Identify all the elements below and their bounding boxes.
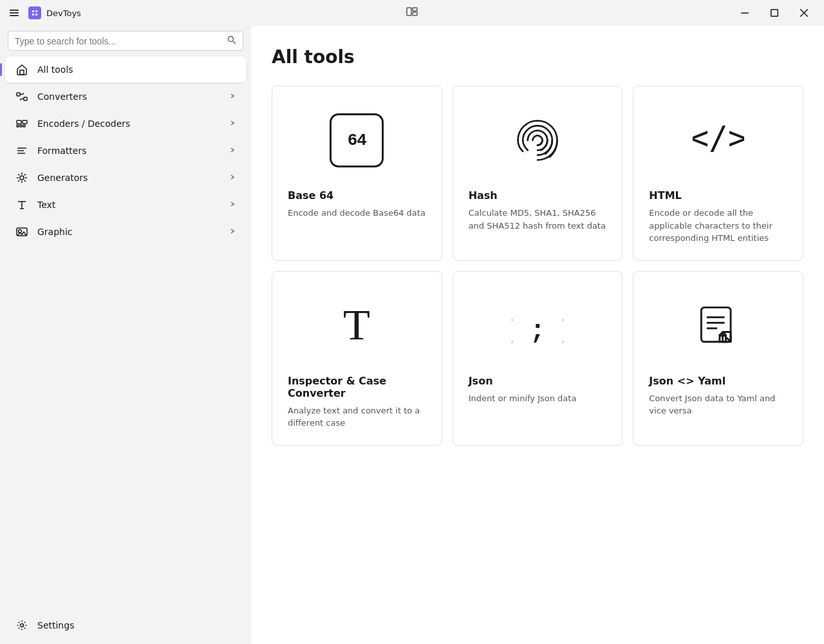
- svg-point-10: [229, 37, 234, 42]
- svg-rect-4: [413, 8, 417, 11]
- sidebar-item-graphic-label: Graphic: [37, 227, 220, 237]
- converters-chevron-icon: [229, 93, 236, 101]
- tool-name-json: Json: [469, 375, 607, 387]
- sidebar-item-generators[interactable]: Generators: [5, 165, 246, 191]
- svg-point-26: [21, 624, 24, 627]
- text-chevron-icon: [229, 201, 236, 209]
- sidebar-item-settings[interactable]: Settings: [5, 612, 246, 638]
- app-layout: All tools Converters: [0, 26, 824, 644]
- svg-rect-12: [20, 70, 24, 75]
- sidebar-item-converters-label: Converters: [37, 91, 220, 102]
- formatters-icon: [15, 144, 28, 157]
- close-button[interactable]: [789, 0, 819, 26]
- tool-desc-json: Indent or minify Json data: [469, 392, 607, 405]
- sidebar-item-all-tools-label: All tools: [37, 64, 236, 75]
- tools-grid: 64 Base 64 Encode and decode Base64 data: [272, 86, 803, 446]
- tool-icon-inspector-case: T: [288, 287, 426, 365]
- svg-rect-17: [17, 125, 19, 127]
- svg-rect-2: [10, 15, 19, 17]
- app-title: DevToys: [46, 8, 81, 18]
- sidebar-item-settings-label: Settings: [37, 620, 236, 630]
- page-title: All tools: [272, 46, 803, 68]
- svg-rect-3: [407, 8, 411, 15]
- svg-rect-7: [771, 10, 778, 17]
- svg-line-11: [233, 41, 236, 44]
- sidebar-item-generators-label: Generators: [37, 173, 220, 183]
- tool-card-hash[interactable]: Hash Calculate MD5, SHA1, SHA256 and SHA…: [453, 86, 623, 261]
- sidebar-item-encoders-decoders[interactable]: Encoders / Decoders: [5, 111, 246, 137]
- window-controls: [730, 0, 819, 26]
- svg-text:</>: </>: [693, 119, 744, 156]
- converters-icon: [15, 90, 28, 103]
- tool-name-hash: Hash: [469, 189, 607, 202]
- tool-desc-inspector-case: Analyze text and convert it to a differe…: [288, 404, 426, 430]
- search-box[interactable]: [8, 31, 243, 51]
- svg-rect-18: [20, 125, 22, 127]
- tool-icon-base64: 64: [288, 102, 426, 179]
- graphic-chevron-icon: [229, 228, 236, 236]
- text-icon: [15, 198, 28, 211]
- app-icon: [28, 6, 41, 19]
- sidebar-item-graphic[interactable]: Graphic: [5, 219, 246, 245]
- sidebar-item-encoders-label: Encoders / Decoders: [37, 118, 220, 129]
- svg-rect-19: [23, 125, 25, 127]
- tool-name-inspector-case: Inspector & Case Converter: [288, 375, 426, 399]
- svg-rect-5: [413, 12, 417, 15]
- minimize-button[interactable]: [730, 0, 760, 26]
- encoders-chevron-icon: [229, 120, 236, 128]
- tool-icon-json: { ; }: [469, 287, 607, 365]
- svg-rect-15: [17, 120, 21, 124]
- tool-desc-html: Encode or decode all the applicable char…: [649, 207, 787, 245]
- graphic-icon: [15, 225, 28, 238]
- tool-name-base64: Base 64: [288, 189, 426, 202]
- menu-button[interactable]: [5, 4, 23, 22]
- sidebar-item-text[interactable]: Text: [5, 192, 246, 218]
- main-content: All tools 64 Base 64 Encode and decode B…: [251, 26, 824, 644]
- svg-rect-14: [24, 97, 27, 100]
- maximize-button[interactable]: [760, 0, 789, 26]
- tool-icon-html: </>: [649, 102, 787, 179]
- svg-rect-13: [17, 93, 20, 96]
- tool-card-base64[interactable]: 64 Base 64 Encode and decode Base64 data: [272, 86, 442, 261]
- tool-desc-hash: Calculate MD5, SHA1, SHA256 and SHA512 h…: [469, 207, 607, 232]
- search-icon: [227, 35, 236, 46]
- tool-desc-json-yaml: Convert Json data to Yaml and vice versa: [649, 392, 787, 417]
- generators-icon: [15, 171, 28, 184]
- sidebar-item-text-label: Text: [37, 200, 220, 210]
- tool-desc-base64: Encode and decode Base64 data: [288, 207, 426, 220]
- sidebar-item-formatters-label: Formatters: [37, 146, 220, 156]
- search-container: [0, 26, 251, 56]
- tool-icon-hash: [469, 102, 607, 179]
- home-icon: [15, 63, 28, 76]
- tool-name-html: HTML: [649, 189, 787, 202]
- svg-rect-1: [10, 12, 19, 14]
- settings-icon: [15, 619, 28, 632]
- sidebar-item-all-tools[interactable]: All tools: [5, 57, 246, 82]
- sidebar-item-converters[interactable]: Converters: [5, 84, 246, 109]
- svg-rect-6: [741, 13, 749, 14]
- tool-icon-json-yaml: [649, 287, 787, 365]
- generators-chevron-icon: [229, 174, 236, 182]
- sidebar-item-formatters[interactable]: Formatters: [5, 138, 246, 164]
- svg-rect-0: [10, 10, 19, 11]
- tool-card-inspector-case[interactable]: T Inspector & Case Converter Analyze tex…: [272, 271, 442, 446]
- formatters-chevron-icon: [229, 147, 236, 155]
- sidebar: All tools Converters: [0, 26, 251, 644]
- encoders-icon: [15, 117, 28, 130]
- tool-name-json-yaml: Json <> Yaml: [649, 375, 787, 387]
- tool-card-json-yaml[interactable]: Json <> Yaml Convert Json data to Yaml a…: [633, 271, 803, 446]
- svg-point-23: [20, 176, 24, 180]
- search-input[interactable]: [15, 36, 222, 46]
- tool-card-json[interactable]: { ; } Json Indent or minify Json data: [453, 271, 623, 446]
- tool-card-html[interactable]: </> HTML Encode or decode all the applic…: [633, 86, 803, 261]
- sidebar-bottom: Settings: [0, 612, 251, 644]
- titlebar: DevToys: [0, 0, 824, 26]
- svg-text:T: T: [343, 300, 370, 349]
- svg-text:{ ; }: { ; }: [512, 317, 563, 346]
- svg-rect-16: [23, 120, 27, 124]
- snap-layout-icon[interactable]: [406, 5, 418, 21]
